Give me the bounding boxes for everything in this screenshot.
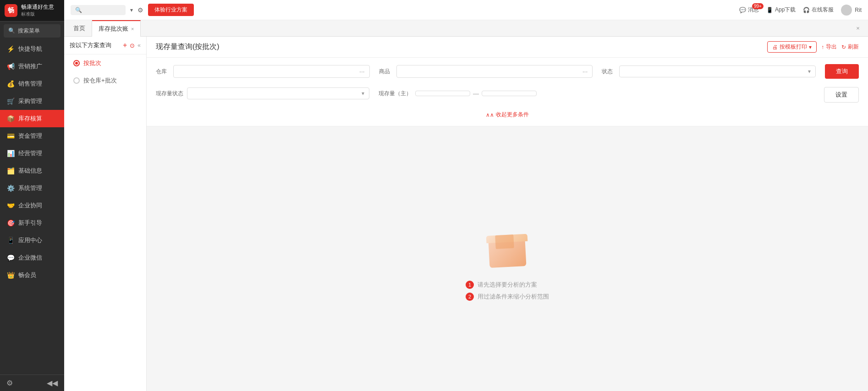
inventory-qty-from[interactable] bbox=[415, 91, 470, 96]
print-btn[interactable]: 🖨 按模板打印 ▾ bbox=[767, 41, 817, 53]
filter-panel: 按以下方案查询 + ⊙ « 按批次 按仓库+批次 bbox=[64, 37, 147, 391]
message-icon: 💬 bbox=[739, 7, 746, 13]
topbar-search-icon: 🔍 bbox=[75, 7, 82, 13]
nav-label: 采购管理 bbox=[18, 97, 42, 105]
sidebar: 畅 畅康通好生意 标准版 🔍 搜索菜单 ⚡ 快捷导航 📢 营销推广 💰 销售管理… bbox=[0, 0, 64, 391]
avatar bbox=[841, 5, 852, 16]
tab-close-btn[interactable]: × bbox=[131, 26, 134, 32]
nav-icon-marketing: 📢 bbox=[6, 63, 15, 70]
nav-label: 系统管理 bbox=[18, 184, 42, 192]
sidebar-item-marketing[interactable]: 📢 营销推广 bbox=[0, 58, 64, 75]
sidebar-item-newbie[interactable]: 🎯 新手引导 bbox=[0, 214, 64, 232]
sidebar-item-inventory[interactable]: 📦 库存核算 bbox=[0, 110, 64, 127]
topbar-dropdown-arrow[interactable]: ▾ bbox=[130, 7, 133, 13]
step-1-text: 请先选择要分析的方案 bbox=[478, 281, 537, 289]
header-actions: 🖨 按模板打印 ▾ ↑ 导出 ↻ 刷新 bbox=[767, 41, 859, 53]
filter-actions: + ⊙ « bbox=[123, 41, 141, 49]
collapse-more-btn[interactable]: ∧∧ 收起更多条件 bbox=[156, 108, 859, 121]
sidebar-item-operations[interactable]: 📊 经营管理 bbox=[0, 145, 64, 162]
sidebar-item-purchase[interactable]: 🛒 采购管理 bbox=[0, 92, 64, 110]
topbar-right: 💬 消息 99+ 📱 App下载 🎧 在线客服 Rit bbox=[739, 5, 862, 16]
query-btn[interactable]: 查询 bbox=[825, 64, 859, 79]
filter-title: 按以下方案查询 bbox=[70, 41, 111, 49]
inventory-qty-group: 现存量（主） — bbox=[379, 90, 592, 98]
nav-label: 基础信息 bbox=[18, 167, 42, 175]
tab-home[interactable]: 首页 bbox=[67, 20, 92, 37]
sidebar-item-basics[interactable]: 🗂️ 基础信息 bbox=[0, 162, 64, 179]
experience-btn[interactable]: 体验行业方案 bbox=[148, 4, 194, 16]
app-label: App下载 bbox=[775, 6, 796, 14]
refresh-btn[interactable]: ↻ 刷新 bbox=[841, 43, 859, 51]
filter-header: 按以下方案查询 + ⊙ « bbox=[64, 37, 146, 54]
nav-label: 经营管理 bbox=[18, 149, 42, 157]
topbar: 🔍 ▾ ⚙ 体验行业方案 💬 消息 99+ 📱 App下载 🎧 在线客服 Rit bbox=[64, 0, 868, 20]
nav-label: 企业协同 bbox=[18, 201, 42, 210]
product-dots[interactable]: ··· bbox=[582, 68, 588, 75]
status-select[interactable]: ▾ bbox=[619, 65, 816, 77]
warehouse-filter-group: 仓库 ··· bbox=[156, 65, 370, 78]
tab-panel-close-btn[interactable]: × bbox=[853, 24, 863, 33]
sidebar-item-app-center[interactable]: 📱 应用中心 bbox=[0, 232, 64, 249]
print-dropdown-arrow[interactable]: ▾ bbox=[809, 44, 812, 50]
filter-form: 仓库 ··· 商品 ··· 状态 ▾ bbox=[147, 58, 868, 126]
app-name: 畅康通好生意 bbox=[21, 4, 54, 11]
topbar-gear-icon[interactable]: ⚙ bbox=[137, 6, 143, 14]
print-icon: 🖨 bbox=[772, 44, 778, 50]
page-header: 现存量查询(按批次) 🖨 按模板打印 ▾ ↑ 导出 ↻ 刷新 bbox=[147, 37, 868, 58]
warehouse-dots[interactable]: ··· bbox=[359, 68, 365, 75]
export-icon: ↑ bbox=[821, 44, 824, 50]
warehouse-label: 仓库 bbox=[156, 68, 170, 76]
sidebar-item-quick-nav[interactable]: ⚡ 快捷导航 bbox=[0, 40, 64, 58]
product-input[interactable]: ··· bbox=[396, 65, 593, 78]
collapse-arrow-icon: ∧∧ bbox=[486, 112, 494, 118]
step-2-text: 用过滤条件来缩小分析范围 bbox=[478, 293, 549, 301]
service-btn[interactable]: 🎧 在线客服 bbox=[803, 6, 834, 14]
nav-label: 资金管理 bbox=[18, 132, 42, 140]
step-2-num: 2 bbox=[466, 293, 474, 301]
main-area: 🔍 ▾ ⚙ 体验行业方案 💬 消息 99+ 📱 App下载 🎧 在线客服 Rit bbox=[64, 0, 868, 391]
print-label: 按模板打印 bbox=[780, 43, 807, 51]
topbar-search[interactable]: 🔍 bbox=[71, 5, 126, 15]
nav-label: 库存核算 bbox=[18, 114, 42, 123]
empty-steps: 1 请先选择要分析的方案 2 用过滤条件来缩小分析范围 bbox=[466, 281, 549, 301]
sidebar-search[interactable]: 🔍 搜索菜单 bbox=[4, 24, 60, 38]
collapse-label: 收起更多条件 bbox=[496, 111, 529, 119]
nav-label: 应用中心 bbox=[18, 236, 42, 244]
sidebar-item-wechat[interactable]: 💬 企业微信 bbox=[0, 249, 64, 266]
settings-btn-group: 设置 bbox=[824, 84, 859, 103]
product-label: 商品 bbox=[379, 68, 393, 76]
headset-icon: 🎧 bbox=[803, 7, 810, 13]
status-label: 状态 bbox=[602, 68, 615, 76]
user-btn[interactable]: Rit bbox=[841, 5, 862, 16]
message-btn[interactable]: 💬 消息 99+ bbox=[739, 6, 759, 14]
sidebar-item-finance[interactable]: 💳 资金管理 bbox=[0, 127, 64, 145]
sidebar-item-vip[interactable]: 👑 畅会员 bbox=[0, 266, 64, 284]
filter-row-1: 仓库 ··· 商品 ··· 状态 ▾ bbox=[156, 64, 859, 79]
tab-inventory-batch[interactable]: 库存批次账 × bbox=[92, 20, 141, 37]
app-download-btn[interactable]: 📱 App下载 bbox=[766, 6, 796, 14]
filter-item-by-batch[interactable]: 按批次 bbox=[64, 54, 146, 72]
export-btn[interactable]: ↑ 导出 bbox=[821, 43, 837, 51]
collapse-sidebar-icon[interactable]: ◀◀ bbox=[47, 379, 58, 387]
filter-settings-btn[interactable]: ⊙ bbox=[130, 42, 135, 49]
sidebar-item-enterprise[interactable]: 🤝 企业协同 bbox=[0, 197, 64, 214]
filter-collapse-btn[interactable]: « bbox=[137, 42, 141, 49]
add-filter-btn[interactable]: + bbox=[123, 41, 127, 49]
sidebar-item-system[interactable]: ⚙️ 系统管理 bbox=[0, 179, 64, 197]
nav-icon-operations: 📊 bbox=[6, 150, 15, 157]
filter-row-2: 现存量状态 ▾ 现存量（主） — 设置 bbox=[156, 84, 859, 103]
nav-icon-inventory: 📦 bbox=[6, 115, 15, 122]
nav-icon-purchase: 🛒 bbox=[6, 98, 15, 105]
filter-radio-by-batch bbox=[73, 60, 80, 66]
settings-btn[interactable]: 设置 bbox=[824, 87, 859, 103]
nav-icon-newbie: 🎯 bbox=[6, 219, 15, 227]
inventory-status-select[interactable]: ▾ bbox=[187, 87, 369, 99]
sidebar-item-sales[interactable]: 💰 销售管理 bbox=[0, 75, 64, 92]
filter-item-by-warehouse-batch[interactable]: 按仓库+批次 bbox=[64, 72, 146, 89]
warehouse-input[interactable]: ··· bbox=[173, 65, 370, 78]
settings-icon[interactable]: ⚙ bbox=[6, 379, 13, 387]
nav-icon-wechat: 💬 bbox=[6, 254, 15, 261]
nav-icon-basics: 🗂️ bbox=[6, 167, 15, 174]
inventory-qty-to[interactable] bbox=[482, 91, 537, 96]
empty-state: 1 请先选择要分析的方案 2 用过滤条件来缩小分析范围 bbox=[147, 126, 868, 391]
